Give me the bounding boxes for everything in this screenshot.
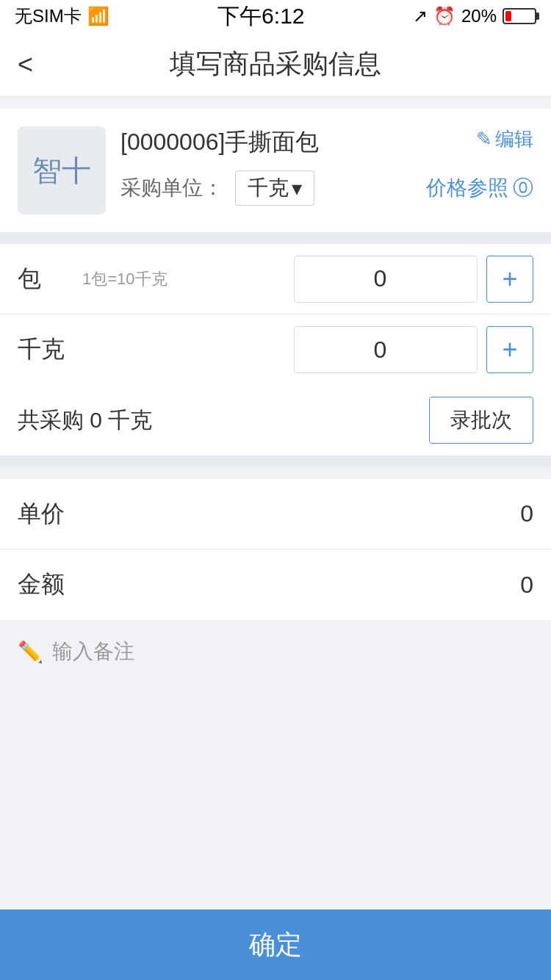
summary-amount: 0 — [90, 408, 102, 432]
status-time: 下午6:12 — [217, 1, 304, 32]
back-button[interactable]: < — [18, 49, 33, 80]
note-placeholder: 输入备注 — [52, 638, 134, 666]
bag-sublabel: 1包=10千克 — [82, 268, 168, 290]
batch-button[interactable]: 录批次 — [429, 397, 533, 444]
wifi-icon: 📶 — [87, 6, 109, 26]
unit-price-row: 单价 0 — [0, 479, 551, 550]
kg-quantity-input[interactable] — [294, 326, 478, 373]
separator-2 — [0, 455, 551, 467]
unit-label: 采购单位： — [120, 174, 223, 202]
battery-fill — [505, 11, 511, 21]
kg-label: 千克 — [18, 334, 76, 366]
bag-plus-button[interactable]: + — [486, 256, 533, 303]
edit-button[interactable]: ✎ 编辑 — [476, 126, 533, 152]
unit-price-value: 0 — [520, 500, 533, 527]
carrier-text: 无SIM卡 — [15, 4, 82, 28]
price-section: 单价 0 金额 0 — [0, 479, 551, 620]
amount-value: 0 — [520, 572, 533, 599]
unit-row: 采购单位： 千克 ▾ 价格参照 ⓪ — [120, 170, 533, 206]
status-bar: 无SIM卡 📶 下午6:12 ↗ ⏰ 20% — [0, 0, 551, 32]
price-ref-label: 价格参照 — [426, 174, 508, 202]
alarm-icon: ⏰ — [433, 6, 455, 26]
bag-quantity-input[interactable] — [294, 256, 478, 303]
page-title: 填写商品采购信息 — [170, 46, 381, 82]
battery-percent: 20% — [461, 6, 497, 26]
unit-price-label: 单价 — [18, 498, 65, 530]
nav-bar: < 填写商品采购信息 — [0, 32, 551, 97]
summary-prefix: 共采购 — [18, 408, 84, 432]
summary-text: 共采购 0 千克 — [18, 406, 152, 436]
product-logo-text: 智十 — [32, 151, 91, 191]
location-icon: ↗ — [413, 6, 428, 26]
product-image: 智十 — [18, 126, 106, 215]
price-reference-button[interactable]: 价格参照 ⓪ — [426, 174, 533, 202]
edit-label: 编辑 — [495, 126, 533, 152]
status-left: 无SIM卡 📶 — [15, 4, 109, 28]
confirm-button[interactable]: 确定 — [0, 909, 551, 980]
summary-unit: 千克 — [108, 408, 152, 432]
battery-indicator — [503, 8, 536, 24]
kg-plus-button[interactable]: + — [486, 326, 533, 373]
pencil-icon: ✏️ — [18, 640, 43, 664]
product-header: [0000006]手撕面包 ✎ 编辑 — [120, 126, 533, 159]
bag-input-row: 包 1包=10千克 + — [0, 244, 551, 314]
note-section[interactable]: ✏️ 输入备注 — [0, 620, 551, 683]
kg-input-row: 千克 + — [0, 314, 551, 385]
product-info: [0000006]手撕面包 ✎ 编辑 采购单位： 千克 ▾ 价格参照 ⓪ — [120, 126, 533, 206]
amount-label: 金额 — [18, 569, 65, 601]
product-card: 智十 [0000006]手撕面包 ✎ 编辑 采购单位： 千克 ▾ 价格参照 ⓪ — [0, 109, 551, 232]
dropdown-icon: ▾ — [292, 176, 302, 201]
product-name: [0000006]手撕面包 — [120, 126, 319, 159]
edit-icon: ✎ — [476, 128, 492, 151]
input-section: 包 1包=10千克 + 千克 + — [0, 244, 551, 385]
unit-select[interactable]: 千克 ▾ — [235, 170, 314, 206]
unit-value: 千克 — [248, 174, 289, 202]
summary-row: 共采购 0 千克 录批次 — [0, 385, 551, 455]
separator-1 — [0, 232, 551, 244]
amount-row: 金额 0 — [0, 550, 551, 620]
status-right: ↗ ⏰ 20% — [413, 6, 536, 26]
empty-space — [0, 683, 551, 933]
help-icon: ⓪ — [513, 174, 533, 202]
bag-label: 包 — [18, 263, 76, 295]
